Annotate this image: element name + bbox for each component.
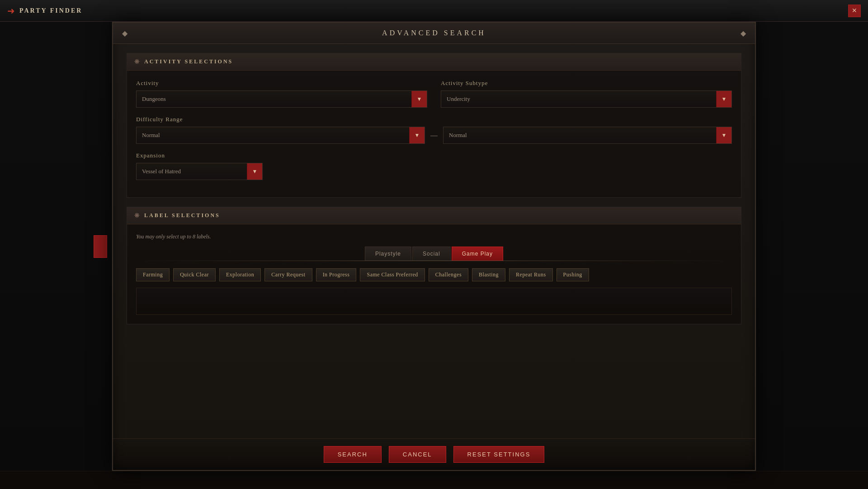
activity-subtype-dropdown-text: Undercity (441, 95, 716, 103)
difficulty-row: Difficulty Range Normal ▼ — Normal ▼ (136, 116, 732, 144)
label-section-header: ❋ LABEL SELECTIONS (127, 207, 741, 224)
expansion-dropdown[interactable]: Vessel of Hatred ▼ (136, 163, 263, 180)
search-button[interactable]: Search (324, 446, 382, 463)
tab-social[interactable]: Social (412, 247, 451, 261)
label-info-text: You may only select up to 8 labels. (136, 233, 732, 240)
expansion-row: Expansion Vessel of Hatred ▼ (136, 152, 732, 180)
label-tag-carry-request[interactable]: Carry Request (264, 268, 312, 281)
label-section-body: You may only select up to 8 labels. Play… (127, 224, 741, 324)
header-diamond-right: ◆ (741, 29, 746, 38)
dialog-header: ◆ ADVANCED SEARCH ◆ (113, 23, 755, 44)
expansion-label: Expansion (136, 152, 263, 159)
difficulty-to-arrow[interactable]: ▼ (716, 127, 731, 143)
difficulty-range-label: Difficulty Range (136, 116, 732, 123)
label-section-title: LABEL SELECTIONS (144, 212, 220, 219)
title-bar-title: PARTY FINDER (19, 7, 82, 14)
label-tag-pushing[interactable]: Pushing (557, 268, 589, 281)
reset-settings-button[interactable]: Reset Settings (453, 446, 545, 463)
label-tabs: Playstyle Social Game Play (136, 247, 732, 261)
tab-gameplay[interactable]: Game Play (452, 247, 503, 261)
activity-subtype-dropdown-arrow[interactable]: ▼ (716, 91, 731, 107)
difficulty-from-text: Normal (137, 132, 409, 139)
dialog-content: ❋ ACTIVITY SELECTIONS Activity Dungeons … (113, 44, 755, 342)
difficulty-to-text: Normal (443, 132, 716, 139)
label-tag-farming[interactable]: Farming (136, 268, 170, 281)
range-separator: — (430, 131, 438, 139)
difficulty-range-controls: Normal ▼ — Normal ▼ (136, 127, 732, 144)
close-button[interactable]: ✕ (848, 5, 861, 17)
dialog-footer: Search Cancel Reset Settings (113, 438, 755, 470)
label-tag-quick-clear[interactable]: Quick Clear (173, 268, 216, 281)
label-notes-area[interactable] (136, 288, 732, 315)
side-panel-left (0, 22, 112, 471)
title-bar: ➜ PARTY FINDER ✕ (0, 0, 868, 22)
party-finder-arrow-icon: ➜ (7, 5, 15, 16)
advanced-search-dialog: ◆ ADVANCED SEARCH ◆ ❋ ACTIVITY SELECTION… (112, 22, 756, 471)
activity-subtype-group: Activity Subtype Undercity ▼ (441, 80, 732, 108)
cancel-button[interactable]: Cancel (389, 446, 446, 463)
activity-section-title: ACTIVITY SELECTIONS (144, 58, 233, 65)
label-tag-repeat-runs[interactable]: Repeat Runs (509, 268, 553, 281)
expansion-group: Expansion Vessel of Hatred ▼ (136, 152, 263, 180)
side-accent-left (94, 235, 107, 258)
activity-section-icon: ❋ (134, 58, 140, 66)
label-section-icon: ❋ (134, 212, 140, 219)
activity-dropdown[interactable]: Dungeons ▼ (136, 90, 427, 108)
dialog-title: ADVANCED SEARCH (382, 29, 486, 37)
difficulty-from-arrow[interactable]: ▼ (409, 127, 425, 143)
activity-subtype-dropdown[interactable]: Undercity ▼ (441, 90, 732, 108)
activity-subtype-label: Activity Subtype (441, 80, 732, 87)
activity-label: Activity (136, 80, 427, 87)
activity-dropdown-text: Dungeons (137, 95, 411, 103)
difficulty-to-dropdown[interactable]: Normal ▼ (443, 127, 732, 144)
bottom-bar (0, 471, 868, 489)
activity-dropdown-arrow[interactable]: ▼ (411, 91, 427, 107)
label-tag-challenges[interactable]: Challenges (429, 268, 468, 281)
label-tag-blasting[interactable]: Blasting (472, 268, 505, 281)
labels-container: Farming Quick Clear Exploration Carry Re… (136, 268, 732, 281)
difficulty-from-dropdown[interactable]: Normal ▼ (136, 127, 425, 144)
activity-selections-section: ❋ ACTIVITY SELECTIONS Activity Dungeons … (127, 53, 741, 198)
side-panel-right (756, 22, 868, 471)
activity-group: Activity Dungeons ▼ (136, 80, 427, 108)
tab-playstyle[interactable]: Playstyle (365, 247, 411, 261)
expansion-dropdown-text: Vessel of Hatred (137, 168, 247, 175)
expansion-dropdown-arrow[interactable]: ▼ (247, 163, 262, 180)
header-diamond-left: ◆ (122, 29, 127, 38)
label-tag-same-class[interactable]: Same Class Preferred (360, 268, 425, 281)
difficulty-range-group: Difficulty Range Normal ▼ — Normal ▼ (136, 116, 732, 144)
label-selections-section: ❋ LABEL SELECTIONS You may only select u… (127, 207, 741, 324)
activity-section-body: Activity Dungeons ▼ Activity Subtype Und… (127, 71, 741, 197)
activity-row: Activity Dungeons ▼ Activity Subtype Und… (136, 80, 732, 108)
label-tag-in-progress[interactable]: In Progress (316, 268, 357, 281)
activity-section-header: ❋ ACTIVITY SELECTIONS (127, 53, 741, 71)
label-tag-exploration[interactable]: Exploration (219, 268, 261, 281)
